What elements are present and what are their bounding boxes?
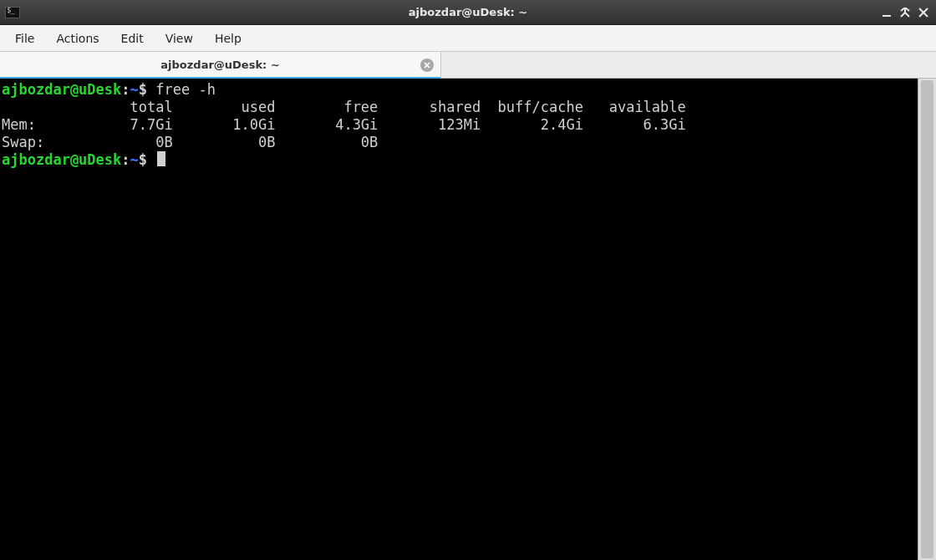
terminal-area[interactable]: ajbozdar@uDesk:~$ free -h total used fre…: [0, 79, 936, 560]
menu-help[interactable]: Help: [205, 28, 252, 48]
menu-file[interactable]: File: [5, 28, 44, 48]
terminal-app-icon: [5, 7, 20, 18]
menu-edit[interactable]: Edit: [111, 28, 154, 48]
scrollbar-thumb[interactable]: [921, 80, 933, 558]
terminal-tab[interactable]: ajbozdar@uDesk: ~: [0, 52, 441, 78]
tab-bar: ajbozdar@uDesk: ~: [0, 52, 936, 79]
prompt-path-2: ~: [130, 151, 139, 168]
prompt-symbol-2: $: [139, 151, 147, 168]
cursor: [157, 151, 165, 166]
window-controls: [881, 0, 933, 24]
window-titlebar: ajbozdar@uDesk: ~: [0, 0, 936, 25]
prompt-path: ~: [130, 81, 139, 98]
free-output-table: total used free shared buff/cache availa…: [2, 99, 686, 150]
prompt-sep-2: :: [121, 151, 130, 168]
prompt-sep: :: [121, 81, 130, 98]
close-button[interactable]: [918, 7, 929, 18]
menu-view[interactable]: View: [155, 28, 203, 48]
svg-rect-0: [883, 15, 891, 17]
typed-command: free -h: [155, 81, 216, 98]
scrollbar[interactable]: [918, 79, 936, 560]
prompt-user-host-2: ajbozdar@uDesk: [2, 151, 121, 168]
maximize-button[interactable]: [899, 7, 911, 18]
prompt-symbol: $: [139, 81, 147, 98]
window-title: ajbozdar@uDesk: ~: [0, 6, 936, 18]
minimize-button[interactable]: [881, 7, 893, 18]
tab-close-icon[interactable]: [420, 59, 434, 72]
menu-actions[interactable]: Actions: [46, 28, 109, 48]
terminal-output[interactable]: ajbozdar@uDesk:~$ free -h total used fre…: [0, 79, 918, 560]
tab-label: ajbozdar@uDesk: ~: [160, 59, 279, 71]
prompt-user-host: ajbozdar@uDesk: [2, 81, 121, 98]
menu-bar: File Actions Edit View Help: [0, 25, 936, 52]
